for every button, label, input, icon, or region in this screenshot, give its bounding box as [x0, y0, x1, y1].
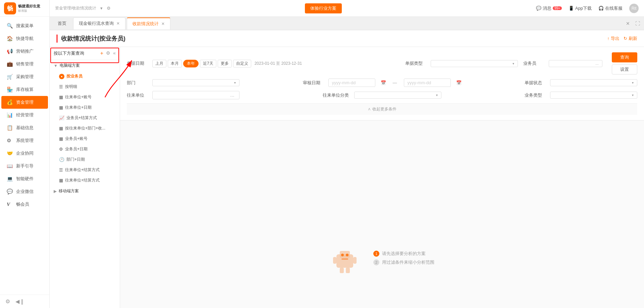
settings-button[interactable]: 设置: [612, 64, 637, 74]
sidebar-item-hardware[interactable]: 💻 智能硬件: [1, 172, 48, 185]
scheme-item-by-salesperson[interactable]: ● 按业务员: [50, 71, 120, 82]
scheme-item-unit-date[interactable]: ▦ 往来单位+日期: [50, 102, 120, 113]
empty-content: 1 请先选择要分析的方案 2 用过滤条件来缩小分析范围: [120, 120, 644, 308]
review-date-from[interactable]: [328, 79, 375, 87]
scheme-item-salesperson-account[interactable]: ▦ 业务员+账号: [50, 134, 120, 144]
sidebar-nav: 🔍 搜索菜单 🏠 快捷导航 📢 营销推广 💼 销售管理 🛒 采购管理 🏪 库存核…: [0, 17, 49, 295]
scheme-item-by-detail[interactable]: ☰ 按明细: [50, 82, 120, 92]
business-type-chevron: ▾: [632, 93, 634, 97]
review-date-label: 审核日期: [303, 80, 323, 86]
bill-status-select[interactable]: ▾: [550, 79, 637, 86]
bill-type-label: 单据类型: [405, 60, 425, 66]
sidebar-item-member[interactable]: V 畅会员: [1, 198, 48, 211]
scheme-item-unit-settlement2[interactable]: ▦ 往来单位+结算方式: [50, 175, 120, 186]
robot-svg: [330, 244, 360, 274]
sidebar-item-guide[interactable]: 📖 新手引导: [1, 160, 48, 172]
scheme-item-unit-settlement1[interactable]: ☰ 往来单位+结算方式: [50, 165, 120, 175]
scheme-item-unit-dept[interactable]: ▦ 按往来单位+部门+收...: [50, 123, 120, 134]
tab-receipts-close-icon[interactable]: ✕: [161, 21, 165, 26]
calendar-to-icon[interactable]: 📅: [456, 80, 462, 85]
basic-icon: 📋: [7, 125, 13, 131]
sidebar-item-wechat[interactable]: 💬 企业微信: [1, 185, 48, 198]
sidebar-item-basic[interactable]: 📋 基础信息: [1, 121, 48, 134]
sidebar-label-sales: 销售管理: [16, 61, 34, 67]
sidebar-item-sales[interactable]: 💼 销售管理: [1, 58, 48, 70]
date-btn-this-month[interactable]: 本月: [168, 60, 182, 67]
sidebar-item-purchase[interactable]: 🛒 采购管理: [1, 70, 48, 83]
collapse-bar[interactable]: ∧ 收起更多条件: [127, 103, 637, 115]
sidebar-item-search[interactable]: 🔍 搜索菜单: [1, 19, 48, 32]
scheme-group-mobile[interactable]: ▶ 移动端方案: [50, 186, 120, 197]
empty-illustration: [330, 244, 360, 274]
online-support-item[interactable]: 🎧 在线客服: [598, 5, 623, 11]
scheme-item-dept-date[interactable]: 🕐 部门+日期: [50, 154, 120, 165]
date-btn-this-year[interactable]: 本年: [183, 60, 199, 67]
sidebar-item-enterprise[interactable]: 🤝 企业协同: [1, 147, 48, 160]
collapse-footer-icon[interactable]: ◀ ‖: [15, 298, 23, 305]
trial-button[interactable]: 体验行业方案: [305, 3, 342, 13]
settings-footer-icon[interactable]: ⚙: [5, 298, 10, 305]
salesperson-icon: ●: [59, 74, 64, 79]
filter-row-2: 部门 ▾ 审核日期 📅 — 📅: [127, 79, 637, 87]
tab-bank[interactable]: 现金银行流水查询 ✕: [73, 17, 125, 30]
salesperson-method-icon: 📈: [59, 115, 64, 120]
salesperson-select[interactable]: …: [549, 60, 602, 67]
date-label: 单据日期: [127, 60, 147, 66]
date-btn-more[interactable]: 更多: [218, 60, 232, 67]
scheme-item-salesperson-method[interactable]: 📈 业务员+结算方式: [50, 113, 120, 123]
group-label-mobile: 移动端方案: [59, 188, 79, 194]
dept-select[interactable]: ▾: [152, 79, 239, 86]
logo-text-area: 畅捷通好生意 标准版: [18, 4, 40, 13]
sidebar-item-capital[interactable]: 💰 资金管理: [1, 96, 48, 109]
group-mobile-expand-icon: ▶: [54, 189, 57, 194]
messages-label: 消息: [543, 5, 551, 11]
scheme-add-icon[interactable]: +: [100, 50, 103, 56]
app-download-item[interactable]: 📱 App下载: [569, 5, 592, 11]
tab-home[interactable]: 首页: [52, 17, 72, 30]
sidebar-item-marketing[interactable]: 📢 营销推广: [1, 45, 48, 58]
tab-maximize-icon[interactable]: ⛶: [634, 19, 641, 28]
wechat-icon: 💬: [7, 189, 13, 195]
refresh-button[interactable]: ↻ 刷新: [624, 36, 637, 42]
scheme-settings-icon[interactable]: ⚙: [106, 50, 110, 56]
sidebar-label-marketing: 营销推广: [16, 48, 34, 54]
sidebar-label-system: 系统管理: [16, 138, 34, 144]
bill-type-select[interactable]: ▾: [431, 60, 518, 67]
svg-rect-8: [340, 268, 344, 273]
scheme-collapse-icon[interactable]: «: [113, 50, 116, 56]
messages-item[interactable]: 💬 消息 99+: [536, 5, 562, 11]
user-avatar-item[interactable]: Rit: [629, 4, 639, 13]
sidebar-item-quicknav[interactable]: 🏠 快捷导航: [1, 32, 48, 45]
business-type-select[interactable]: ▾: [550, 92, 637, 99]
counterpart-select[interactable]: …: [152, 91, 239, 99]
date-btn-last-month[interactable]: 上月: [152, 60, 166, 67]
counterpart-category-select[interactable]: ▾: [354, 92, 441, 99]
export-label: 导出: [611, 36, 620, 42]
tab-bank-close-icon[interactable]: ✕: [116, 21, 120, 26]
tab-bank-label: 现金银行流水查询: [79, 20, 114, 27]
salesperson-chevron: …: [595, 62, 599, 65]
user-avatar: Rit: [629, 4, 639, 13]
calendar-from-icon[interactable]: 📅: [381, 80, 386, 85]
scheme-item-salesperson-date[interactable]: ⚙ 业务员+日期: [50, 144, 120, 154]
tab-receipts[interactable]: 收款情况统计 ✕: [127, 17, 170, 30]
date-btn-7days[interactable]: 近7天: [200, 60, 216, 67]
scheme-header-icons: + ⚙ «: [100, 50, 116, 56]
date-btn-custom[interactable]: 自定义: [233, 60, 251, 67]
counterpart-more-icon[interactable]: …: [230, 93, 234, 98]
sidebar-item-operations[interactable]: 📊 经营管理: [1, 109, 48, 121]
gear-button[interactable]: ⚙: [107, 6, 111, 11]
sidebar-item-system[interactable]: ⚙ 系统管理: [1, 134, 48, 147]
query-button[interactable]: 查询: [612, 52, 637, 62]
scheme-item-unit-account[interactable]: ▦ 往来单位+账号: [50, 92, 120, 102]
sidebar-item-inventory[interactable]: 🏪 库存核算: [1, 83, 48, 96]
tab-close-all-icon[interactable]: ✕: [625, 19, 631, 28]
content-area: 收款情况统计(按业务员) ↑ 导出 ↻ 刷新: [50, 30, 644, 308]
top-header: 资金管理/收款情况统计 ▾ ⚙ 体验行业方案 💬 消息 99+ 📱 App下载 …: [50, 0, 644, 17]
operations-icon: 📊: [7, 112, 13, 118]
review-date-to[interactable]: [404, 79, 451, 87]
page-actions: ↑ 导出 ↻ 刷新: [607, 36, 638, 42]
scheme-group-desktop[interactable]: ▼ 电脑端方案: [50, 60, 120, 71]
breadcrumb-dropdown-icon[interactable]: ▾: [100, 6, 103, 11]
export-button[interactable]: ↑ 导出: [607, 36, 620, 42]
